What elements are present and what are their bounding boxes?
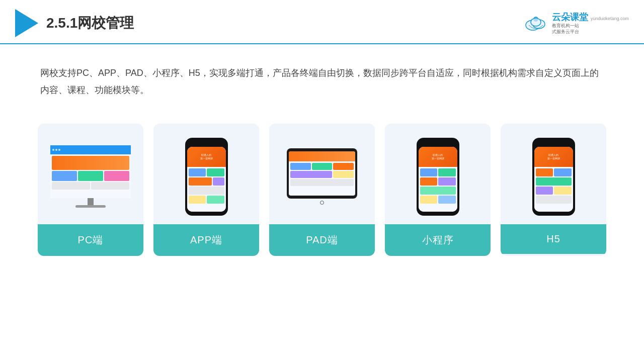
card-h5: 职通人的第一堂网课 <box>501 124 606 256</box>
tb2 <box>312 163 333 170</box>
phone-screen-mid-mini <box>419 167 457 212</box>
card-pad: PAD端 <box>269 124 375 256</box>
card-h5-label: H5 <box>501 224 606 254</box>
phone-top-text-mini: 职通人的第一堂网课 <box>432 153 444 160</box>
phone-row-m4 <box>420 196 456 204</box>
cloud-logo-icon <box>524 14 548 32</box>
phone-row-3 <box>189 187 224 195</box>
tb5 <box>333 171 354 178</box>
brand-name: 云朵课堂 <box>552 12 588 22</box>
pc-cards-row-1 <box>52 171 129 181</box>
card-pc-label: PC端 <box>38 224 143 256</box>
tablet-top-bar <box>289 151 355 161</box>
phone-row-h2 <box>536 177 572 186</box>
brand-url: yunduoketang.com <box>591 16 629 21</box>
play-icon <box>15 9 38 37</box>
phone-screen-mini: 职通人的第一堂网课 <box>419 147 457 212</box>
pb5 <box>189 187 224 195</box>
tablet-home-btn <box>320 201 324 205</box>
phone-screen-mid-h5 <box>534 167 573 212</box>
pad-device-mockup <box>287 148 357 205</box>
device-cards-container: PC端 职通人的第一堂网课 <box>0 109 644 271</box>
phone-body-app: 职通人的第一堂网课 <box>185 138 228 216</box>
header-left: 2.5.1网校管理 <box>15 9 134 37</box>
pc-top-bar <box>50 145 131 154</box>
pc-mini-card-5 <box>91 182 129 190</box>
pc-banner <box>52 156 129 170</box>
card-pad-label: PAD端 <box>269 224 375 256</box>
card-app: 职通人的第一堂网课 <box>153 124 259 256</box>
phone-row-h1 <box>536 168 572 176</box>
tablet-row-2 <box>290 171 354 178</box>
pc-mini-card-4 <box>52 182 90 190</box>
pc-base <box>75 205 106 208</box>
ph2 <box>554 168 572 176</box>
pb1 <box>189 168 206 176</box>
card-app-label: APP端 <box>153 224 259 256</box>
card-h5-image: 职通人的第一堂网课 <box>501 124 606 224</box>
card-miniprogram: 职通人的第一堂网课 <box>385 124 491 256</box>
pb7 <box>207 196 224 204</box>
pc-dot-1 <box>52 149 54 151</box>
ph5 <box>554 187 572 195</box>
pb3 <box>189 177 212 186</box>
brand-tagline: 教育机构一站 式服务云平台 <box>552 23 629 35</box>
phone-body-h5: 职通人的第一堂网课 <box>532 138 575 216</box>
phone-notch-mini <box>430 142 445 145</box>
pb6 <box>189 196 206 204</box>
card-app-image: 职通人的第一堂网课 <box>153 124 259 224</box>
phone-row-h3 <box>536 187 572 195</box>
phone-row-m1 <box>420 168 456 176</box>
card-miniprogram-label: 小程序 <box>385 224 491 256</box>
phone-row-m2 <box>420 177 456 186</box>
pc-dot-3 <box>58 149 60 151</box>
pc-screen-content <box>50 145 131 198</box>
phone-top-text-app: 职通人的第一堂网课 <box>200 153 213 160</box>
ph1 <box>536 168 553 176</box>
tablet-row-3 <box>290 179 354 186</box>
phone-screen-top-app: 职通人的第一堂网课 <box>187 147 226 167</box>
pc-mini-card-3 <box>104 171 129 181</box>
pc-mini-card-1 <box>52 171 77 181</box>
pc-mini-card-2 <box>78 171 103 181</box>
card-pc: PC端 <box>38 124 143 256</box>
tablet-content <box>289 161 355 196</box>
phone-screen-top-h5: 职通人的第一堂网课 <box>534 147 573 167</box>
description-text: 网校支持PC、APP、PAD、小程序、H5，实现多端打通，产品各终端自由切换，数… <box>0 44 644 109</box>
phone-screen-top-mini: 职通人的第一堂网课 <box>419 147 457 167</box>
tablet-row-1 <box>290 163 354 170</box>
pm7 <box>438 196 456 204</box>
header: 2.5.1网校管理 云朵课堂 yunduoketang.com 教育机构一站 式… <box>0 0 644 44</box>
phone-row-4 <box>189 196 224 204</box>
page-title: 2.5.1网校管理 <box>46 14 134 33</box>
h5-device-mockup: 职通人的第一堂网课 <box>532 138 575 216</box>
pc-cards-row-2 <box>52 182 129 190</box>
card-pad-image <box>269 124 375 224</box>
tablet-body <box>287 148 357 199</box>
brand-text-block: 云朵课堂 yunduoketang.com 教育机构一站 式服务云平台 <box>552 11 629 35</box>
pc-device-mockup <box>50 145 131 208</box>
card-pc-image <box>38 124 143 224</box>
phone-notch-h5 <box>546 142 561 145</box>
tb3 <box>333 163 354 170</box>
pm1 <box>420 168 438 176</box>
phone-screen-h5: 职通人的第一堂网课 <box>534 147 573 212</box>
phone-body-mini: 职通人的第一堂网课 <box>417 138 459 216</box>
header-right: 云朵课堂 yunduoketang.com 教育机构一站 式服务云平台 <box>524 11 629 35</box>
tb4 <box>290 171 332 178</box>
pc-dot-2 <box>55 149 57 151</box>
pc-screen-outer <box>50 145 131 198</box>
tb1 <box>290 163 311 170</box>
ph6 <box>536 196 572 204</box>
phone-row-1 <box>189 168 224 176</box>
pm5 <box>420 187 456 195</box>
pc-stand <box>88 198 94 205</box>
card-miniprogram-image: 职通人的第一堂网课 <box>385 124 491 224</box>
miniprogram-device-mockup: 职通人的第一堂网课 <box>417 138 459 216</box>
brand-logo: 云朵课堂 yunduoketang.com 教育机构一站 式服务云平台 <box>524 11 629 35</box>
pm6 <box>420 196 438 204</box>
app-device-mockup: 职通人的第一堂网课 <box>185 138 228 216</box>
pm3 <box>420 177 438 186</box>
phone-row-h4 <box>536 196 572 204</box>
pm4 <box>438 177 456 186</box>
